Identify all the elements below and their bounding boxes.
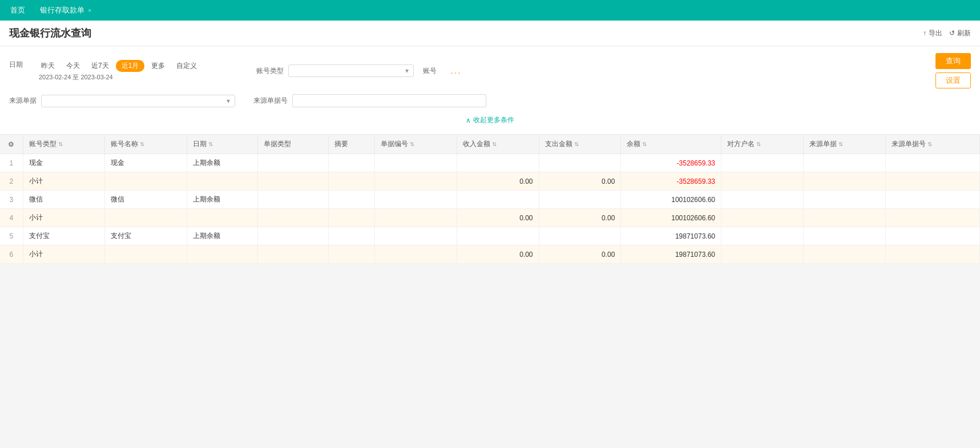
cell-source_doc bbox=[803, 172, 885, 191]
query-button[interactable]: 查询 bbox=[935, 53, 971, 69]
account-type-select[interactable]: ▾ bbox=[288, 64, 414, 77]
date-option-自定义[interactable]: 自定义 bbox=[172, 60, 201, 72]
col-header-date[interactable]: 日期⇅ bbox=[187, 135, 258, 154]
cell-source_doc bbox=[803, 227, 885, 245]
account-type-group: 账号类型 ▾ bbox=[256, 64, 414, 77]
source-doc-label: 来源单据 bbox=[9, 96, 37, 106]
cell-doc_no bbox=[374, 209, 457, 227]
table-row: 1现金现金上期余额-3528659.33 bbox=[0, 154, 980, 172]
cell-income: 0.00 bbox=[457, 172, 539, 191]
account-dots-button[interactable]: ... bbox=[450, 66, 461, 76]
cell-expense bbox=[539, 191, 621, 209]
settings-button[interactable]: 设置 bbox=[935, 72, 971, 88]
date-option-昨天[interactable]: 昨天 bbox=[37, 60, 59, 72]
cell-expense bbox=[539, 227, 621, 245]
sort-icon: ⇅ bbox=[574, 141, 579, 147]
col-header-account_type[interactable]: 账号类型⇅ bbox=[23, 135, 105, 154]
cell-income: 0.00 bbox=[457, 245, 539, 264]
nav-tab-银行存取款单[interactable]: 银行存取款单× bbox=[33, 0, 113, 21]
cell-account_name: 支付宝 bbox=[105, 227, 187, 245]
cell-income bbox=[457, 154, 539, 172]
table-head: ⚙账号类型⇅账号名称⇅日期⇅单据类型摘要单据编号⇅收入金额⇅支出金额⇅余额⇅对方… bbox=[0, 135, 980, 154]
cell-date: 上期余额 bbox=[187, 154, 258, 172]
cell-summary bbox=[329, 245, 375, 264]
gear-icon: ⚙ bbox=[8, 140, 14, 148]
col-header-doc_no[interactable]: 单据编号⇅ bbox=[374, 135, 457, 154]
cell-date: 上期余额 bbox=[187, 227, 258, 245]
cell-balance: -3528659.33 bbox=[621, 172, 721, 191]
btn-group-right: 查询 设置 bbox=[935, 53, 971, 88]
cell-counterpart bbox=[721, 227, 804, 245]
cell-source_doc bbox=[803, 191, 885, 209]
cell-doc_type bbox=[258, 191, 329, 209]
cell-source_doc_no bbox=[885, 154, 979, 172]
sort-icon: ⇅ bbox=[208, 141, 213, 147]
cell-doc_no bbox=[374, 227, 457, 245]
cell-balance: 19871073.60 bbox=[621, 245, 721, 264]
cell-income bbox=[457, 191, 539, 209]
cell-counterpart bbox=[721, 154, 804, 172]
cell-account_name: 现金 bbox=[105, 154, 187, 172]
account-type-label: 账号类型 bbox=[256, 66, 284, 76]
table-header-row: ⚙账号类型⇅账号名称⇅日期⇅单据类型摘要单据编号⇅收入金额⇅支出金额⇅余额⇅对方… bbox=[0, 135, 980, 154]
col-header-summary: 摘要 bbox=[329, 135, 375, 154]
header-actions: ↑ 导出 ↺ 刷新 bbox=[923, 29, 971, 38]
filter-area: 日期 昨天今天近7天近1月更多自定义 2023-02-24 至 2023-03-… bbox=[0, 46, 980, 135]
cell-source_doc_no bbox=[885, 191, 979, 209]
export-label: 导出 bbox=[929, 29, 942, 38]
page-title: 现金银行流水查询 bbox=[9, 26, 91, 40]
cell-summary bbox=[329, 154, 375, 172]
data-table: ⚙账号类型⇅账号名称⇅日期⇅单据类型摘要单据编号⇅收入金额⇅支出金额⇅余额⇅对方… bbox=[0, 135, 980, 264]
sort-icon: ⇅ bbox=[140, 141, 144, 147]
nav-home[interactable]: 首页 bbox=[2, 0, 33, 21]
cell-doc_type bbox=[258, 209, 329, 227]
cell-counterpart bbox=[721, 209, 804, 227]
cell-balance: -3528659.33 bbox=[621, 154, 721, 172]
date-option-更多[interactable]: 更多 bbox=[147, 60, 170, 72]
gear-column-header[interactable]: ⚙ bbox=[0, 135, 23, 154]
cell-source_doc bbox=[803, 209, 885, 227]
date-option-今天[interactable]: 今天 bbox=[62, 60, 84, 72]
cell-income bbox=[457, 227, 539, 245]
source-doc-no-input[interactable] bbox=[292, 94, 486, 107]
export-button[interactable]: ↑ 导出 bbox=[923, 29, 942, 38]
cell-index: 5 bbox=[0, 227, 23, 245]
chevron-down-icon-2: ▾ bbox=[227, 97, 230, 105]
cell-source_doc_no bbox=[885, 245, 979, 264]
col-header-source_doc[interactable]: 来源单据⇅ bbox=[803, 135, 885, 154]
source-doc-select[interactable]: ▾ bbox=[41, 95, 235, 107]
filter-row-1: 日期 昨天今天近7天近1月更多自定义 2023-02-24 至 2023-03-… bbox=[9, 53, 971, 88]
collapse-bar[interactable]: ∧ 收起更多条件 bbox=[9, 113, 971, 127]
source-doc-no-group: 来源单据号 bbox=[253, 94, 486, 107]
cell-index: 4 bbox=[0, 209, 23, 227]
date-option-近7天[interactable]: 近7天 bbox=[87, 60, 114, 72]
cell-doc_type bbox=[258, 227, 329, 245]
col-header-account_name[interactable]: 账号名称⇅ bbox=[105, 135, 187, 154]
cell-expense: 0.00 bbox=[539, 172, 621, 191]
refresh-button[interactable]: ↺ 刷新 bbox=[949, 29, 971, 38]
col-header-counterpart[interactable]: 对方户名⇅ bbox=[721, 135, 804, 154]
cell-account_type: 小计 bbox=[23, 172, 105, 191]
table-row: 2小计0.000.00-3528659.33 bbox=[0, 172, 980, 191]
sort-icon: ⇅ bbox=[927, 141, 932, 147]
cell-date bbox=[187, 209, 258, 227]
cell-index: 3 bbox=[0, 191, 23, 209]
col-header-source_doc_no[interactable]: 来源单据号⇅ bbox=[885, 135, 979, 154]
col-header-income[interactable]: 收入金额⇅ bbox=[457, 135, 539, 154]
cell-expense: 0.00 bbox=[539, 209, 621, 227]
page-header: 现金银行流水查询 ↑ 导出 ↺ 刷新 bbox=[0, 21, 980, 46]
date-option-近1月[interactable]: 近1月 bbox=[116, 60, 145, 72]
collapse-icon: ∧ bbox=[466, 116, 471, 124]
source-doc-group: 来源单据 ▾ bbox=[9, 95, 235, 107]
top-navigation: 首页 收款单×付款单×其他收入单×应收应付调整单×银行存取款单×预收冲应收单×收… bbox=[0, 0, 980, 21]
table-row: 4小计0.000.00100102606.60 bbox=[0, 209, 980, 227]
table-container: ⚙账号类型⇅账号名称⇅日期⇅单据类型摘要单据编号⇅收入金额⇅支出金额⇅余额⇅对方… bbox=[0, 135, 980, 264]
col-header-expense[interactable]: 支出金额⇅ bbox=[539, 135, 621, 154]
cell-doc_no bbox=[374, 172, 457, 191]
filter-row-2: 来源单据 ▾ 来源单据号 bbox=[9, 94, 971, 107]
close-icon[interactable]: × bbox=[88, 7, 91, 14]
cell-account_type: 微信 bbox=[23, 191, 105, 209]
source-doc-no-label: 来源单据号 bbox=[253, 96, 288, 106]
col-header-balance[interactable]: 余额⇅ bbox=[621, 135, 721, 154]
cell-summary bbox=[329, 227, 375, 245]
